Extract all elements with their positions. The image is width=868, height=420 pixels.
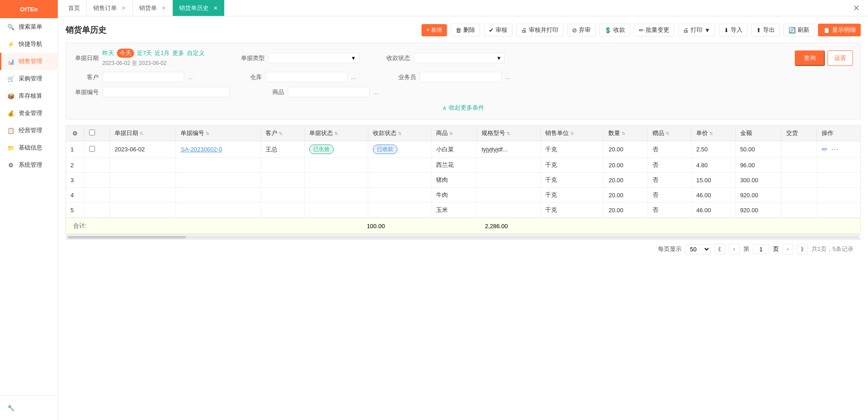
row1-edit-icon[interactable]: ✏ [822, 145, 828, 154]
date-shortcuts: 昨天 今天 近7天 近1月 更多 自定义 [102, 49, 205, 58]
customer-input[interactable] [102, 72, 184, 82]
tab-sales-delivery[interactable]: 销货单 ✕ [133, 0, 173, 16]
print-button[interactable]: 🖨 打印 ▼ [678, 24, 715, 36]
goods-input[interactable] [288, 87, 370, 97]
shortcut-custom[interactable]: 自定义 [187, 49, 205, 57]
row1-select-checkbox[interactable] [89, 146, 95, 152]
tab-close-all-button[interactable]: ✕ [848, 3, 864, 13]
audit-button[interactable]: ✔ 审核 [484, 24, 512, 36]
staff-label: 业务员 [391, 73, 416, 81]
sort-goods-icon[interactable]: ⇅ [449, 131, 453, 136]
import-button[interactable]: ⬇ 导入 [719, 24, 748, 36]
tab-sales-history[interactable]: 销货单历史 ✕ [173, 0, 225, 16]
sort-gift-icon[interactable]: ⇅ [666, 131, 669, 136]
row3-transaction [781, 173, 817, 188]
staff-ellipsis[interactable]: ... [505, 74, 510, 80]
abandon-button[interactable]: ⊘ 弃审 [567, 24, 596, 36]
sidebar-item-settings-bottom[interactable]: 🔧 [0, 399, 58, 416]
add-button[interactable]: + 新增 [421, 24, 447, 36]
show-detail-button[interactable]: 📋 显示明细 [818, 24, 861, 36]
shortcut-7days[interactable]: 近7天 [137, 49, 152, 57]
setting-button[interactable]: 设置 [828, 50, 853, 66]
sidebar-item-purchase-mgmt[interactable]: 🛒 采购管理 [0, 70, 58, 87]
row1-qty: 20.00 [604, 141, 647, 158]
sort-doc-no-icon[interactable]: ⇅ [206, 131, 209, 136]
row4-sales-unit: 千克 [540, 188, 604, 203]
goods-ellipsis[interactable]: ... [373, 89, 378, 95]
sort-unit-price-icon[interactable]: ⇅ [709, 131, 713, 136]
prev-page-button[interactable]: ‹ [729, 244, 740, 255]
page-number-input[interactable] [753, 245, 769, 254]
refresh-button[interactable]: 🔄 刷新 [783, 24, 814, 36]
tab-sales-order[interactable]: 销售订单 ✕ [87, 0, 133, 16]
horizontal-scrollbar[interactable] [65, 234, 861, 240]
batch-change-button[interactable]: ✏ 批量变更 [634, 24, 674, 36]
collect-button[interactable]: 💲 收款 [599, 24, 630, 36]
sort-sales-unit-icon[interactable]: ⇅ [570, 131, 574, 136]
cart-icon: 🛒 [7, 75, 15, 83]
sidebar-item-ops-mgmt[interactable]: 📋 经营管理 [0, 122, 58, 139]
first-page-button[interactable]: ⟪ [714, 244, 725, 255]
shortcut-1month[interactable]: 近1月 [155, 49, 170, 57]
th-settings[interactable]: ⚙ [66, 125, 84, 141]
sidebar-item-base-info[interactable]: 📁 基础信息 [0, 139, 58, 156]
row2-doc-no [176, 158, 261, 173]
row5-gift: 否 [647, 203, 691, 218]
query-button[interactable]: 查询 [795, 50, 825, 66]
tab-close-sales-history[interactable]: ✕ [213, 5, 218, 11]
toolbar: + 新增 🗑 删除 ✔ 审核 🖨 审核并打印 ⊘ 弃审 [421, 24, 861, 36]
sidebar-item-sys-mgmt[interactable]: ⚙ 系统管理 [0, 156, 58, 174]
row2-action [817, 158, 860, 173]
shortcut-today[interactable]: 今天 [117, 49, 134, 58]
sort-doc-date-icon[interactable]: ⇅ [140, 131, 143, 136]
tab-close-sales-order[interactable]: ✕ [121, 5, 126, 11]
delete-button[interactable]: 🗑 删除 [451, 24, 480, 36]
sidebar-item-quick-nav[interactable]: ⚡ 快捷导航 [0, 35, 58, 53]
tab-home[interactable]: 首页 [62, 0, 87, 16]
sort-qty-icon[interactable]: ⇅ [622, 131, 625, 136]
row1-doc-no-link[interactable]: SA-20230602-0 [181, 146, 222, 153]
staff-input[interactable] [420, 72, 502, 82]
sort-doc-status-icon[interactable]: ⇅ [334, 131, 338, 136]
row4-qty: 20.00 [604, 188, 647, 203]
sidebar-item-finance[interactable]: 💰 资金管理 [0, 105, 58, 122]
page-size-select[interactable]: 50 100 200 [685, 244, 711, 255]
sidebar-item-search-menu[interactable]: 🔍 搜索菜单 [0, 18, 58, 35]
row5-action [817, 203, 860, 218]
warehouse-ellipsis[interactable]: ... [351, 74, 356, 80]
row3-gift: 否 [647, 173, 691, 188]
page-body: 销货单历史 + 新增 🗑 删除 ✔ 审核 🖨 审核并打印 ⊘ 弃审 [58, 16, 868, 420]
row2-transaction [781, 158, 817, 173]
tab-close-sales-delivery[interactable]: ✕ [161, 5, 166, 11]
sidebar-item-inventory[interactable]: 📦 库存核算 [0, 87, 58, 105]
row4-num: 4 [66, 188, 84, 203]
row2-checkbox [84, 158, 110, 173]
scrollbar-thumb[interactable] [67, 236, 186, 239]
audit-print-button[interactable]: 🖨 审核并打印 [516, 24, 563, 36]
doc-type-select[interactable]: ▾ [268, 53, 359, 63]
payment-status-select[interactable]: ▾ [414, 53, 505, 63]
sidebar-logo: OfTEn [0, 0, 58, 18]
row5-sales-unit: 千克 [540, 203, 604, 218]
sort-spec-icon[interactable]: ⇅ [507, 131, 510, 136]
shortcut-more[interactable]: 更多 [172, 49, 184, 57]
sidebar-item-sales-mgmt[interactable]: 📊 销售管理 [0, 53, 58, 70]
search-icon: 🔍 [7, 23, 15, 31]
row5-doc-no [176, 203, 261, 218]
row3-doc-no [176, 173, 261, 188]
last-page-button[interactable]: ⟫ [797, 244, 808, 255]
next-page-button[interactable]: › [783, 244, 793, 255]
sort-customer-icon[interactable]: ⇅ [279, 131, 282, 136]
export-button[interactable]: ⬆ 导出 [751, 24, 780, 36]
doc-no-input[interactable] [102, 87, 230, 97]
collapse-button[interactable]: ∧ 收起更多条件 [73, 102, 853, 114]
select-all-checkbox[interactable] [89, 130, 95, 135]
filter-customer: 客户 ... [73, 72, 193, 82]
row1-more-icon[interactable]: ⋯ [831, 145, 838, 154]
row1-checkbox [84, 141, 110, 158]
customer-ellipsis[interactable]: ... [188, 74, 193, 80]
row3-doc-status [305, 173, 368, 188]
sort-payment-status-icon[interactable]: ⇅ [398, 131, 401, 136]
shortcut-yesterday[interactable]: 昨天 [102, 49, 114, 57]
warehouse-input[interactable] [266, 72, 347, 82]
